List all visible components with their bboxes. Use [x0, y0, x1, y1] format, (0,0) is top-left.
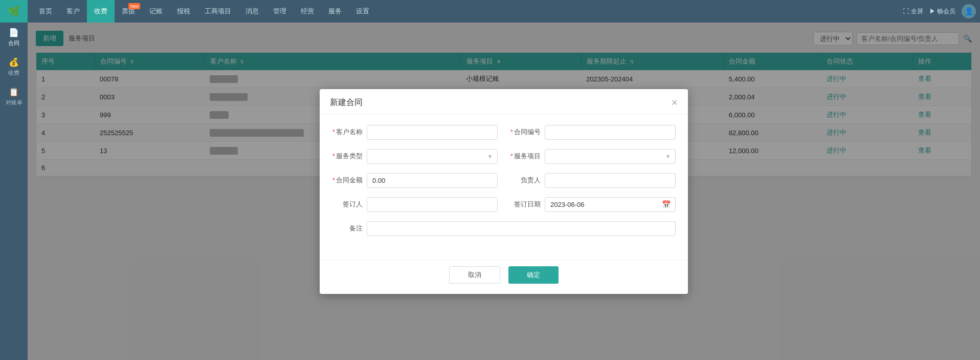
nav-tax[interactable]: 报税 — [170, 0, 197, 23]
nav-operation[interactable]: 经营 — [294, 0, 321, 23]
sidebar-item-label: 对账单 — [6, 99, 23, 107]
nav-billing[interactable]: 收费 — [87, 0, 115, 23]
new-badge: new — [128, 3, 140, 9]
cancel-button[interactable]: 取消 — [449, 266, 500, 284]
contract-amount-input[interactable] — [367, 173, 498, 188]
nav-customer[interactable]: 客户 — [59, 0, 87, 23]
nav-business[interactable]: 工商项目 — [197, 0, 238, 23]
responsible-label: 负责人 — [510, 176, 541, 185]
contract-no-label: *合同编号 — [510, 128, 541, 137]
form-row-1: *客户名称 *合同编号 — [332, 125, 676, 140]
sidebar: 🌿 📄 合同 💰 收费 📋 对账单 — [0, 0, 28, 360]
modal-header: 新建合同 ✕ — [320, 89, 688, 115]
field-notes: 备注 — [332, 221, 676, 236]
form-row-4: 签订人 签订日期 📅 — [332, 197, 676, 212]
field-service-type: *服务类型 — [332, 149, 498, 164]
avatar[interactable]: 👤 — [962, 4, 976, 18]
sidebar-item-billing[interactable]: 💰 收费 — [0, 52, 28, 82]
nav-service[interactable]: 服务 — [321, 0, 349, 23]
modal-overlay[interactable]: 新建合同 ✕ *客户名称 *合同编号 — [28, 23, 980, 360]
responsible-input[interactable] — [545, 173, 676, 188]
nav-invoice[interactable]: 票据 new — [115, 0, 142, 23]
sign-date-label: 签订日期 — [510, 200, 541, 209]
sidebar-item-label: 合同 — [8, 39, 19, 47]
notes-input[interactable] — [367, 221, 676, 236]
statement-icon: 📋 — [9, 87, 19, 97]
service-type-select[interactable] — [367, 149, 498, 164]
billing-icon: 💰 — [9, 57, 19, 67]
field-service-item: *服务项目 — [510, 149, 676, 164]
content-area: 新增 服务项目 进行中 已完成 已取消 🔍 序号 — [28, 23, 980, 360]
field-customer-name: *客户名称 — [332, 125, 498, 140]
sidebar-item-label: 收费 — [8, 69, 19, 77]
notes-label: 备注 — [332, 224, 363, 233]
sign-date-input[interactable] — [545, 197, 676, 212]
modal-footer: 取消 确定 — [320, 260, 688, 294]
contract-icon: 📄 — [9, 28, 19, 37]
contract-no-input[interactable] — [545, 125, 676, 140]
modal-body: *客户名称 *合同编号 *服务类型 — [320, 115, 688, 256]
signer-input[interactable] — [367, 197, 498, 212]
topnav: 首页 客户 收费 票据 new 记账 报税 工商项目 消息 管理 经营 服务 设… — [28, 0, 980, 23]
sidebar-item-statement[interactable]: 📋 对账单 — [0, 82, 28, 112]
service-item-select[interactable] — [545, 149, 676, 164]
app-logo[interactable]: 🌿 — [0, 0, 28, 23]
logo-icon: 🌿 — [8, 6, 19, 17]
nav-right: ⛶ 全屏 ▶ 畅会员 👤 — [903, 4, 976, 18]
customer-name-input[interactable] — [367, 125, 498, 140]
nav-manage[interactable]: 管理 — [266, 0, 294, 23]
sign-date-wrapper: 📅 — [545, 197, 676, 212]
form-row-5: 备注 — [332, 221, 676, 236]
signer-label: 签订人 — [332, 200, 363, 209]
form-row-2: *服务类型 *服务项目 — [332, 149, 676, 164]
field-sign-date: 签订日期 📅 — [510, 197, 676, 212]
customer-name-label: *客户名称 — [332, 128, 363, 137]
service-type-label: *服务类型 — [332, 152, 363, 161]
field-responsible: 负责人 — [510, 173, 676, 188]
sidebar-item-contract[interactable]: 📄 合同 — [0, 23, 28, 52]
field-contract-no: *合同编号 — [510, 125, 676, 140]
service-item-label: *服务项目 — [510, 152, 541, 161]
main-area: 首页 客户 收费 票据 new 记账 报税 工商项目 消息 管理 经营 服务 设… — [28, 0, 980, 360]
calendar-icon[interactable]: 📅 — [662, 200, 671, 208]
field-signer: 签订人 — [332, 197, 498, 212]
confirm-button[interactable]: 确定 — [508, 266, 559, 284]
nav-message[interactable]: 消息 — [238, 0, 266, 23]
contract-amount-label: *合同金额 — [332, 176, 363, 185]
nav-settings[interactable]: 设置 — [349, 0, 376, 23]
form-row-3: *合同金额 负责人 — [332, 173, 676, 188]
modal-dialog: 新建合同 ✕ *客户名称 *合同编号 — [320, 89, 688, 294]
nav-bookkeeping[interactable]: 记账 — [142, 0, 170, 23]
fullscreen-button[interactable]: ⛶ 全屏 — [903, 7, 923, 16]
service-type-select-wrapper — [367, 149, 498, 164]
modal-close-button[interactable]: ✕ — [671, 98, 678, 108]
service-item-select-wrapper — [545, 149, 676, 164]
member-button[interactable]: ▶ 畅会员 — [929, 7, 955, 16]
modal-title: 新建合同 — [330, 97, 363, 108]
field-contract-amount: *合同金额 — [332, 173, 498, 188]
nav-home[interactable]: 首页 — [32, 0, 59, 23]
